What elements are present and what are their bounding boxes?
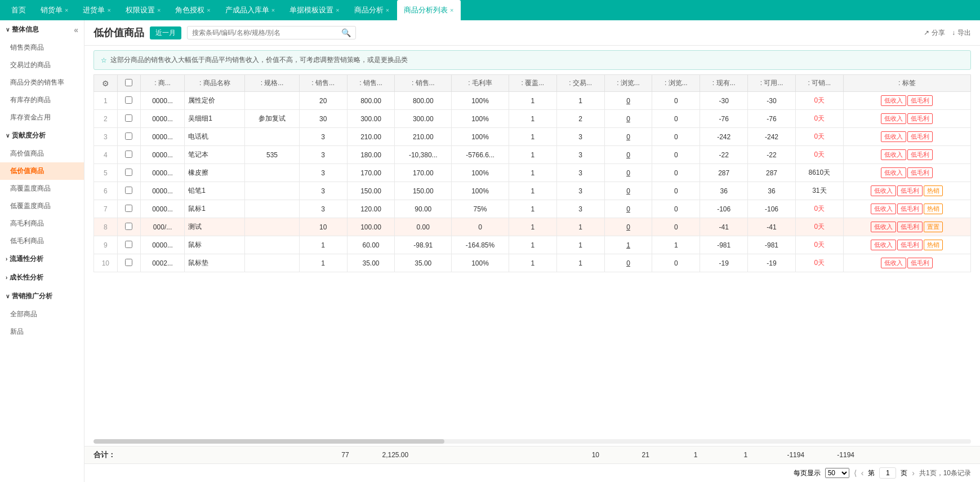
col-sort-spec[interactable]: : 规格... [261,79,284,87]
scroll-bar[interactable] [93,439,971,444]
col-header-view2[interactable]: : 浏览... [652,75,700,92]
nav-close-角色授权[interactable]: × [207,7,210,14]
sidebar-section-流通性分析[interactable]: ›流通性分析 [0,250,84,268]
col-sort-name[interactable]: : 商品名称 [199,79,230,87]
col-sort-tags[interactable]: : 标签 [898,79,916,87]
sidebar-collapse-btn[interactable]: « [74,25,78,34]
sidebar-item-商品分类的销售率[interactable]: 商品分类的销售率 [0,74,84,91]
view1-link[interactable]: 0 [626,223,630,231]
share-button[interactable]: ↗ 分享 [924,28,945,38]
view1-link[interactable]: 0 [626,97,630,105]
col-header-view1[interactable]: : 浏览... [604,75,652,92]
nav-item-进货单[interactable]: 进货单× [76,0,117,20]
row-checkbox[interactable] [125,132,132,140]
period-button[interactable]: 近一月 [150,26,181,39]
col-header-sales_price[interactable]: : 销售... [347,75,395,92]
col-header-name[interactable]: : 商品名称 [185,75,245,92]
sidebar-item-高毛利商品[interactable]: 高毛利商品 [0,215,84,232]
sidebar-item-高价值商品[interactable]: 高价值商品 [0,145,84,162]
col-sort-sellable[interactable]: : 可销... [808,79,831,87]
col-header-code[interactable]: : 商... [140,75,185,92]
sidebar-section-整体信息[interactable]: ∨整体信息« [0,20,84,39]
col-sort-gross_margin[interactable]: : 毛利率 [468,79,492,87]
view1-link[interactable]: 0 [626,259,630,267]
col-sort-code[interactable]: : 商... [154,79,171,87]
view1-link[interactable]: 0 [626,151,630,159]
col-sort-sales_price[interactable]: : 销售... [359,79,382,87]
col-header-gross_margin[interactable]: : 毛利率 [452,75,509,92]
row-checkbox[interactable] [125,96,132,104]
col-sort-available[interactable]: : 可用... [760,79,783,87]
col-header-trade[interactable]: : 交易... [556,75,604,92]
nav-item-销货单[interactable]: 销货单× [34,0,75,20]
page-number-input[interactable] [879,467,896,479]
row-checkbox[interactable] [125,187,132,194]
col-sort-coverage[interactable]: : 覆盖... [521,79,544,87]
col-header-current[interactable]: : 现有... [700,75,748,92]
col-header-spec[interactable]: : 规格... [245,75,299,92]
nav-item-产成品入库单[interactable]: 产成品入库单× [219,0,282,20]
view1-link[interactable]: 0 [626,115,630,123]
sidebar-item-高覆盖度商品[interactable]: 高覆盖度商品 [0,180,84,197]
col-sort-view1[interactable]: : 浏览... [617,79,640,87]
row-checkbox[interactable] [125,259,132,266]
sidebar-item-全部商品[interactable]: 全部商品 [0,306,84,323]
sidebar-item-交易过的商品[interactable]: 交易过的商品 [0,56,84,74]
nav-close-商品分析列表[interactable]: × [450,7,453,14]
col-sort-current[interactable]: : 现有... [712,79,736,87]
nav-close-商品分析[interactable]: × [386,7,389,14]
page-prev-button[interactable]: ‹ [861,468,864,477]
sidebar-section-贡献度分析[interactable]: ∨贡献度分析 [0,126,84,145]
row-checkbox[interactable] [125,169,132,176]
page-next-button[interactable]: › [912,468,915,477]
select-all-checkbox[interactable] [125,79,132,86]
col-sort-sales_amount[interactable]: : 销售... [412,79,435,87]
view1-link[interactable]: 0 [626,169,630,177]
row-checkbox[interactable] [125,114,132,122]
view1-link[interactable]: 1 [626,241,630,249]
sidebar-section-成长性分析[interactable]: ›成长性分析 [0,268,84,287]
col-header-sales_amount[interactable]: : 销售... [395,75,452,92]
sidebar-section-营销推广分析[interactable]: ∨营销推广分析 [0,287,84,306]
search-input[interactable] [192,29,338,37]
col-header-coverage[interactable]: : 覆盖... [509,75,556,92]
page-size-select[interactable]: 50 100 200 [825,468,849,478]
nav-close-销货单[interactable]: × [65,7,68,14]
page-first-button[interactable]: ⟨ [854,468,857,477]
nav-item-首页[interactable]: 首页 [5,0,33,20]
view1-link[interactable]: 0 [626,187,630,195]
sidebar-item-低价值商品[interactable]: 低价值商品 [0,162,84,180]
sidebar-item-有库存的商品[interactable]: 有库存的商品 [0,91,84,109]
nav-close-产成品入库单[interactable]: × [271,7,275,14]
nav-item-商品分析[interactable]: 商品分析× [348,0,396,20]
nav-close-进货单[interactable]: × [107,7,110,14]
row-checkbox[interactable] [125,151,132,158]
table-container[interactable]: ⚙: 商...: 商品名称: 规格...: 销售...: 销售...: 销售..… [84,74,980,439]
nav-item-角色授权[interactable]: 角色授权× [168,0,217,20]
col-header-available[interactable]: : 可用... [748,75,796,92]
sidebar-item-销售类商品[interactable]: 销售类商品 [0,39,84,56]
col-header-tags[interactable]: : 标签 [843,75,970,92]
nav-close-权限设置[interactable]: × [157,7,161,14]
nav-close-单据模板设置[interactable]: × [336,7,339,14]
nav-item-商品分析列表[interactable]: 商品分析列表× [397,0,460,20]
col-sort-sales_qty[interactable]: : 销售... [311,79,335,87]
view1-link[interactable]: 0 [626,133,630,141]
sidebar-item-低覆盖度商品[interactable]: 低覆盖度商品 [0,197,84,215]
col-sort-view2[interactable]: : 浏览... [665,79,688,87]
row-checkbox[interactable] [125,205,132,212]
nav-item-权限设置[interactable]: 权限设置× [119,0,167,20]
sidebar-item-低毛利商品[interactable]: 低毛利商品 [0,232,84,250]
col-sort-trade[interactable]: : 交易... [569,79,592,87]
col-header-sellable[interactable]: : 可销... [795,75,843,92]
search-icon[interactable]: 🔍 [341,28,351,37]
row-checkbox[interactable] [125,223,132,230]
sidebar-item-库存资金占用[interactable]: 库存资金占用 [0,109,84,126]
export-button[interactable]: ↓ 导出 [952,28,971,38]
sidebar-item-新品[interactable]: 新品 [0,323,84,341]
settings-icon[interactable]: ⚙ [102,79,109,88]
nav-item-单据模板设置[interactable]: 单据模板设置× [283,0,346,20]
row-checkbox[interactable] [125,241,132,248]
view1-link[interactable]: 0 [626,205,630,213]
col-header-sales_qty[interactable]: : 销售... [299,75,347,92]
